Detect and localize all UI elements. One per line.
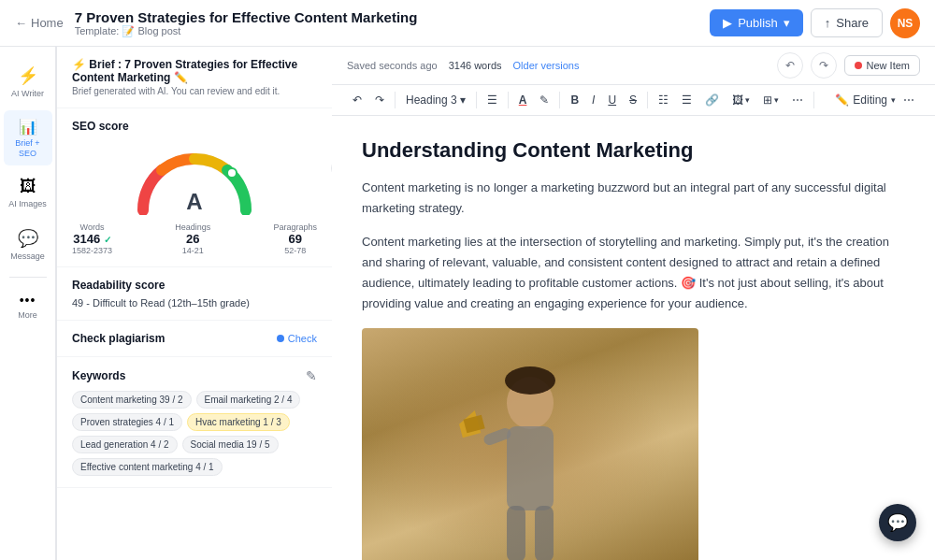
svg-point-8 (505, 366, 555, 395)
ai-writer-icon: ⚡ (18, 65, 38, 86)
keywords-header: Keywords ✎ (72, 368, 317, 383)
keyword-tag-0[interactable]: Content marketing 39 / 2 (72, 391, 192, 409)
brief-edit-icon[interactable]: ✏️ (174, 71, 188, 84)
sidebar-item-message[interactable]: 💬 Message (4, 221, 52, 269)
share-button[interactable]: ↑ Share (811, 8, 883, 37)
keyword-tag-5[interactable]: Social media 19 / 5 (182, 436, 279, 453)
more-options-button[interactable]: ⋯ (898, 90, 920, 110)
gauge-wrapper: A (129, 140, 260, 215)
sidebar-item-label-more: More (18, 310, 37, 321)
sidebar-item-more[interactable]: ••• More (4, 285, 52, 328)
meta-saved: Saved seconds ago (347, 60, 438, 71)
chat-bubble-button[interactable]: 💬 (879, 504, 916, 541)
new-item-button[interactable]: New Item (844, 55, 920, 76)
strikethrough-button[interactable]: S (624, 90, 642, 110)
keywords-section: Keywords ✎ Content marketing 39 / 2Email… (57, 357, 332, 488)
words-label: Words (72, 223, 112, 232)
seo-score-section: SEO score (57, 108, 332, 267)
headings-value: 26 (175, 232, 210, 246)
link-button[interactable]: 🔗 (699, 90, 725, 110)
brief-lightning-icon: ⚡ (72, 58, 86, 71)
toolbar-divider-1 (395, 92, 396, 108)
title-section: 7 Proven Strategies for Effective Conten… (75, 9, 418, 37)
svg-rect-6 (507, 506, 525, 560)
main-layout: ⚡ AI Writer 📊 Brief + SEO 🖼 AI Images 💬 … (0, 47, 935, 560)
undo-button[interactable]: ↶ (347, 90, 367, 110)
italic-button[interactable]: I (586, 90, 600, 110)
plagiarism-section: Check plagiarism Check (57, 321, 332, 357)
toolbar-divider-4 (559, 92, 560, 108)
image-button[interactable]: 🖼▾ (726, 90, 755, 110)
sidebar-divider (9, 277, 47, 278)
new-item-dot-icon (855, 62, 862, 69)
bullet-list-button[interactable]: ☷ (653, 90, 674, 110)
meta-words: 3146 words (449, 60, 502, 71)
numbered-list-button[interactable]: ☰ (676, 90, 698, 110)
share-upload-icon: ↑ (825, 16, 831, 30)
paragraphs-value: 69 (273, 232, 317, 246)
keyword-tags: Content marketing 39 / 2Email marketing … (72, 391, 317, 476)
meta-right: ↶ ↷ New Item (777, 52, 920, 79)
bold-button[interactable]: B (565, 90, 584, 110)
undo-history-button[interactable]: ↶ (777, 52, 803, 79)
ai-images-icon: 🖼 (20, 177, 36, 196)
sidebar-item-label-message: Message (10, 251, 45, 262)
editor-content[interactable]: Understanding Content Marketing Content … (332, 116, 935, 560)
keyword-tag-2[interactable]: Proven strategies 4 / 1 (72, 413, 182, 431)
toolbar-divider-5 (647, 92, 648, 108)
svg-point-0 (227, 168, 237, 178)
toolbar-divider-6 (813, 92, 814, 108)
highlight-button[interactable]: ✎ (534, 90, 554, 110)
redo-button[interactable]: ↷ (369, 90, 390, 110)
left-sidebar: ⚡ AI Writer 📊 Brief + SEO 🖼 AI Images 💬 … (0, 47, 56, 560)
header-right: ▶ Publish ▾ ↑ Share NS (710, 8, 920, 38)
plagiarism-label: Check plagiarism (72, 332, 165, 345)
content-h1: Understanding Content Marketing (362, 138, 905, 163)
sidebar-item-ai-writer[interactable]: ⚡ AI Writer (4, 58, 52, 107)
sidebar-item-label-brief: Brief + SEO (7, 138, 49, 159)
heading-selector[interactable]: Heading 3 ▾ (400, 90, 471, 110)
paragraphs-range: 52-78 (273, 246, 317, 255)
svg-rect-5 (464, 414, 485, 433)
home-link[interactable]: ← Home (15, 16, 64, 30)
formatting-toolbar: ↶ ↷ Heading 3 ▾ ☰ A ✎ B I U S ☷ ☰ 🔗 🖼▾ ⊞… (332, 85, 935, 116)
font-color-button[interactable]: A (513, 90, 533, 110)
keyword-tag-6[interactable]: Effective content marketing 4 / 1 (72, 458, 223, 476)
more-toolbar-button[interactable]: ⋯ (786, 90, 809, 110)
content-paragraph-2: Content marketing lies at the intersecti… (362, 232, 905, 314)
svg-rect-7 (535, 506, 554, 560)
editing-label: Editing (853, 93, 887, 107)
home-label: Home (31, 16, 64, 30)
older-versions-link[interactable]: Older versions (513, 60, 580, 71)
page-title: 7 Proven Strategies for Effective Conten… (75, 9, 418, 25)
image-chevron-icon: ▾ (745, 95, 750, 105)
publish-button[interactable]: ▶ Publish ▾ (710, 9, 803, 36)
sidebar-item-ai-images[interactable]: 🖼 AI Images (4, 169, 52, 217)
keywords-label: Keywords (72, 369, 125, 382)
table-button[interactable]: ⊞▾ (757, 90, 784, 110)
keyword-tag-1[interactable]: Email marketing 2 / 4 (196, 391, 301, 409)
plagiarism-check-button[interactable]: Check (277, 333, 317, 344)
editing-badge[interactable]: ✏️ Editing ▾ (835, 93, 896, 107)
toolbar-divider-3 (508, 92, 509, 108)
readability-label: Readability score (72, 279, 317, 292)
sidebar-item-brief-seo[interactable]: 📊 Brief + SEO (4, 110, 52, 166)
align-button[interactable]: ☰ (482, 90, 503, 110)
avatar[interactable]: NS (890, 8, 920, 38)
redo-history-button[interactable]: ↷ (811, 52, 837, 79)
publish-arrow-icon: ▶ (723, 16, 732, 30)
words-check-icon: ✓ (104, 235, 111, 245)
brief-seo-icon: 📊 (19, 118, 37, 136)
underline-button[interactable]: U (602, 90, 622, 110)
words-value: 3146 ✓ (72, 232, 112, 246)
keyword-tag-4[interactable]: Lead generation 4 / 2 (72, 436, 178, 453)
seo-stats: Words 3146 ✓ 1582-2373 Headings 26 14-21… (72, 223, 317, 255)
sidebar-item-label-ai-images: AI Images (8, 199, 47, 209)
keyword-tag-3[interactable]: Hvac marketing 1 / 3 (187, 413, 290, 431)
table-chevron-icon: ▾ (774, 95, 779, 105)
svg-rect-2 (507, 426, 554, 510)
words-range: 1582-2373 (72, 246, 112, 255)
keywords-edit-button[interactable]: ✎ (306, 368, 317, 383)
editor-meta-bar: Saved seconds ago 3146 words Older versi… (332, 47, 935, 85)
seo-score-label: SEO score (72, 120, 317, 133)
